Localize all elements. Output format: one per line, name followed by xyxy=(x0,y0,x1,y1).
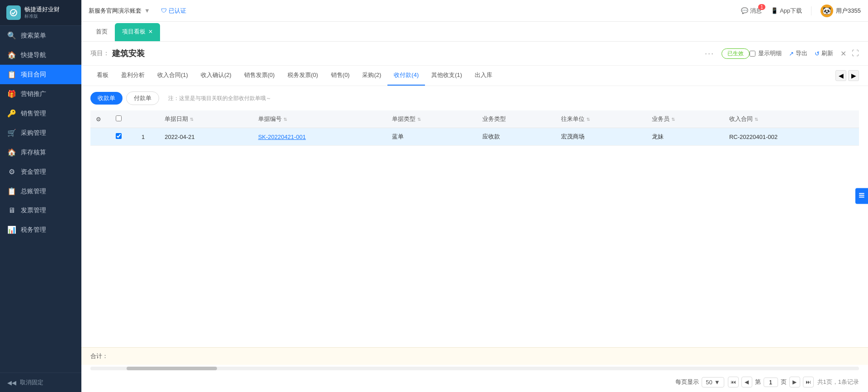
row-date: 2022-04-21 xyxy=(159,128,253,146)
sidebar-footer-label: 取消固定 xyxy=(20,378,43,387)
last-page-button[interactable]: ⏭ xyxy=(803,377,814,387)
page-size-select-box[interactable]: 50 ▼ xyxy=(702,377,724,387)
subtab-tax-invoice[interactable]: 税务发票(0) xyxy=(281,66,325,86)
sidebar-item-finance[interactable]: ⚙ 资金管理 xyxy=(0,162,81,182)
project-name: 新服务官网演示账套 xyxy=(89,7,142,15)
receipt-bill-toggle[interactable]: 收款单 xyxy=(90,92,123,105)
th-biz-type-label: 业务类型 xyxy=(482,115,506,122)
table-row[interactable]: 1 2022-04-21 SK-20220421-001 蓝单 应收款 宏茂商场… xyxy=(90,128,859,146)
subtab-other-expense[interactable]: 其他收支(1) xyxy=(425,66,468,86)
sidebar-item-label: 营销推广 xyxy=(21,90,46,98)
sidebar-item-purchase[interactable]: 🛒 采购管理 xyxy=(0,123,81,143)
row-code-link[interactable]: SK-20220421-001 xyxy=(258,134,306,140)
scrollbar-track[interactable] xyxy=(90,367,859,370)
sidebar-unpin[interactable]: ◀◀ 取消固定 xyxy=(0,373,81,392)
app-title: 畅捷通好业财 xyxy=(24,6,60,14)
subtab-profit[interactable]: 盈利分析 xyxy=(115,66,151,86)
sidebar-item-label: 发票管理 xyxy=(21,206,46,215)
th-code[interactable]: 单据编号 ⇅ xyxy=(253,110,387,128)
show-detail-checkbox[interactable] xyxy=(750,51,755,57)
sidebar-item-inventory[interactable]: 🏠 库存核算 xyxy=(0,143,81,162)
show-detail-label: 显示明细 xyxy=(758,49,782,57)
subtab-next-button[interactable]: ▶ xyxy=(848,70,859,81)
sidebar-item-search[interactable]: 🔍 搜索菜单 xyxy=(0,26,81,45)
sidebar-item-label: 快捷导航 xyxy=(21,51,46,59)
sidebar-item-contract[interactable]: 📋 项目合同 xyxy=(0,65,81,84)
tax-icon: 📊 xyxy=(7,225,16,234)
last-page-icon: ⏭ xyxy=(806,379,811,385)
th-type[interactable]: 单据类型 ⇅ xyxy=(387,110,477,128)
svg-point-0 xyxy=(10,10,17,16)
tab-close-icon[interactable]: ✕ xyxy=(148,29,153,34)
sidebar-item-sales[interactable]: 🔑 销售管理 xyxy=(0,104,81,123)
prev-page-button[interactable]: ◀ xyxy=(741,377,752,387)
select-all-checkbox[interactable] xyxy=(116,115,122,121)
th-salesperson[interactable]: 业务员 ⇅ xyxy=(646,110,724,128)
sidebar-item-ledger[interactable]: 📋 总账管理 xyxy=(0,182,81,201)
sidebar-item-label: 税务管理 xyxy=(21,226,46,234)
sidebar-item-invoice[interactable]: 🖥 发票管理 xyxy=(0,201,81,220)
th-date[interactable]: 单据日期 ⇅ xyxy=(159,110,253,128)
row-checkbox[interactable] xyxy=(110,128,127,146)
subtab-income-contract[interactable]: 收入合同(1) xyxy=(151,66,194,86)
subtabs: 看板 盈利分析 收入合同(1) 收入确认(2) 销售发票(0) 税务发票(0) … xyxy=(81,66,868,86)
payment-bill-toggle[interactable]: 付款单 xyxy=(126,91,159,105)
expand-button[interactable]: ⛶ xyxy=(852,49,859,57)
sort-icon: ⇅ xyxy=(417,117,421,122)
sidebar-item-tax[interactable]: 📊 税务管理 xyxy=(0,220,81,239)
topbar: 新服务官网演示账套 ▼ 🛡 已认证 💬 消息 1 📱 App下载 🐼 用户335… xyxy=(81,0,868,22)
th-checkbox[interactable] xyxy=(110,110,127,128)
prev-page-icon: ◀ xyxy=(745,379,749,385)
sidebar-item-marketing[interactable]: 🎁 营销推广 xyxy=(0,84,81,104)
app-download-button[interactable]: 📱 App下载 xyxy=(771,7,802,15)
th-partner[interactable]: 往来单位 ⇅ xyxy=(556,110,646,128)
contract-icon: 📋 xyxy=(7,70,16,79)
tab-home-label: 首页 xyxy=(96,28,108,36)
page-actions: 显示明细 ↗ 导出 ↺ 刷新 xyxy=(750,49,833,57)
topbar-project-selector[interactable]: 新服务官网演示账套 ▼ xyxy=(89,7,150,15)
close-button[interactable]: ✕ xyxy=(840,49,846,58)
first-page-button[interactable]: ⏮ xyxy=(728,377,739,387)
subtab-sales-invoice-label: 销售发票(0) xyxy=(244,72,275,78)
page-number-input[interactable] xyxy=(764,378,778,387)
first-page-icon: ⏮ xyxy=(731,379,736,385)
content-area: 项目： 建筑安装 ··· 已生效 显示明细 ↗ 导出 ↺ 刷新 ✕ xyxy=(81,42,868,392)
export-button[interactable]: ↗ 导出 xyxy=(789,49,807,57)
tab-project-board[interactable]: 项目看板 ✕ xyxy=(115,23,160,41)
subtab-sales[interactable]: 销售(0) xyxy=(325,66,356,86)
scrollbar-thumb[interactable] xyxy=(127,367,217,370)
table-wrap: ⚙ 单据日期 ⇅ xyxy=(81,110,868,347)
user-menu[interactable]: 🐼 用户3355 xyxy=(821,5,861,17)
th-type-label: 单据类型 xyxy=(392,115,415,123)
row-select-checkbox[interactable] xyxy=(116,133,122,139)
subtab-receipt[interactable]: 收付款(4) xyxy=(387,66,425,86)
subtab-income-confirm[interactable]: 收入确认(2) xyxy=(194,66,238,86)
settings-icon[interactable]: ⚙ xyxy=(96,116,101,123)
subtab-inventory[interactable]: 出入库 xyxy=(468,66,499,86)
th-income-contract[interactable]: 收入合同 ⇅ xyxy=(724,110,859,128)
side-panel-button[interactable] xyxy=(855,188,868,204)
subtab-purchase-label: 采购(2) xyxy=(362,72,381,78)
toggle-bar: 收款单 付款单 注：这里是与项目关联的全部收付款单哦～ xyxy=(81,86,868,110)
page-size-value: 50 xyxy=(706,379,712,386)
show-detail-toggle[interactable]: 显示明细 xyxy=(750,49,782,57)
tab-home[interactable]: 首页 xyxy=(89,23,115,41)
subtab-board[interactable]: 看板 xyxy=(90,66,115,86)
topbar-right: 💬 消息 1 📱 App下载 🐼 用户3355 xyxy=(741,5,861,17)
next-page-button[interactable]: ▶ xyxy=(789,377,800,387)
main-area: 新服务官网演示账套 ▼ 🛡 已认证 💬 消息 1 📱 App下载 🐼 用户335… xyxy=(81,0,868,392)
refresh-button[interactable]: ↺ 刷新 xyxy=(815,49,833,57)
th-settings[interactable]: ⚙ xyxy=(90,110,110,128)
page-nav: ⏮ ◀ 第 页 ▶ ⏭ xyxy=(728,377,814,387)
inventory-icon: 🏠 xyxy=(7,148,16,157)
subtab-purchase[interactable]: 采购(2) xyxy=(356,66,387,86)
home-icon: 🏠 xyxy=(7,51,16,59)
sidebar-item-quicknav[interactable]: 🏠 快捷导航 xyxy=(0,45,81,65)
data-table: ⚙ 单据日期 ⇅ xyxy=(90,110,859,146)
row-code[interactable]: SK-20220421-001 xyxy=(253,128,387,146)
more-options-icon[interactable]: ··· xyxy=(705,49,714,58)
subtab-prev-button[interactable]: ◀ xyxy=(835,70,846,81)
subtab-sales-invoice[interactable]: 销售发票(0) xyxy=(238,66,281,86)
page-unit: 页 xyxy=(781,378,787,386)
message-button[interactable]: 💬 消息 1 xyxy=(741,7,762,15)
